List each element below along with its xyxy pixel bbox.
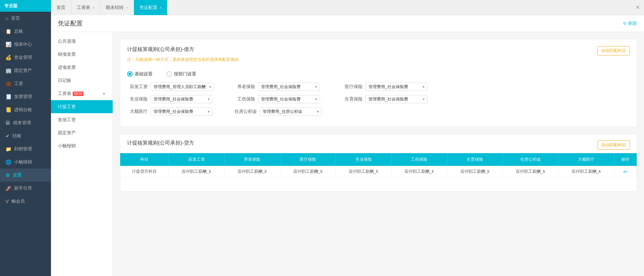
- debit-auto-match-button[interactable]: 自动匹配科目: [598, 46, 630, 55]
- left-nav-public-options[interactable]: 公共选项: [51, 35, 113, 48]
- sidebar-item-new-guide[interactable]: 🚀 新手引导: [0, 182, 51, 195]
- field-pension: 养老保险 管理费用_社会保险费: [235, 83, 338, 91]
- debit-form-row-2: 失业保险 管理费用_社会保险费 工伤保险 管理费用_社会保险费: [127, 95, 630, 103]
- tab-payroll-table-close[interactable]: ×: [92, 6, 94, 10]
- col-maternity: 生育保险: [447, 153, 503, 166]
- left-nav-label: 发放工资: [58, 117, 76, 123]
- sidebar-item-tax-mgmt[interactable]: 🏛 税务管理: [0, 116, 51, 129]
- radio-basic-setting[interactable]: 基础设置: [127, 71, 153, 77]
- sidebar-item-payroll[interactable]: 💼 工资: [0, 77, 51, 90]
- left-nav-label: 计提工资: [58, 104, 76, 110]
- tab-voucher-config-close[interactable]: ×: [159, 6, 162, 10]
- page-title: 凭证配置: [58, 19, 83, 28]
- field-medical-select[interactable]: 管理费用_社会保险费: [365, 83, 427, 91]
- cell-major-medical: 应付职工薪酬_k: [559, 166, 614, 178]
- content-area: 公共选项 销项发票 进项发票 日记账 工资表 NEW ▼ 计提工资 发放工资: [51, 32, 644, 276]
- left-nav-issue-payroll[interactable]: 发放工资: [51, 113, 113, 126]
- radio-department-setting[interactable]: 按部门设置: [166, 71, 196, 77]
- field-maternity-select[interactable]: 管理费用_社会保险费: [365, 95, 427, 103]
- tab-period-close-close[interactable]: ×: [126, 6, 128, 10]
- sidebar-item-general-ledger[interactable]: 📋 总账: [0, 25, 51, 38]
- left-nav-label: 固定资产: [58, 130, 76, 136]
- left-nav-input-invoice[interactable]: 进项发票: [51, 61, 113, 74]
- left-nav-xiaochang-expense[interactable]: 小畅报销: [51, 139, 113, 152]
- new-badge: NEW: [73, 92, 83, 96]
- field-major-medical: 大额医疗 管理费用_社会保险费: [127, 107, 230, 116]
- sidebar-item-invoice-mgmt[interactable]: 🧾 发票管理: [0, 90, 51, 103]
- vip-icon: V: [6, 199, 9, 204]
- field-housing-fund-select[interactable]: 管理费用_住房公积金: [260, 107, 322, 116]
- debit-radio-group: 基础设置 按部门设置: [127, 71, 630, 77]
- guide-icon: 🚀: [6, 185, 11, 191]
- edit-icon[interactable]: ✏: [623, 169, 627, 174]
- debit-section-title: 计提核算规则(公司承担)-借方: [127, 46, 598, 53]
- sidebar-item-funds[interactable]: 💰 资金管理: [0, 51, 51, 64]
- field-injury-select[interactable]: 管理费用_社会保险费: [258, 95, 320, 103]
- sidebar-item-label: 发票管理: [14, 94, 32, 100]
- radio-department-label: 按部门设置: [174, 71, 196, 77]
- radio-department-circle: [166, 71, 172, 77]
- tab-voucher-config[interactable]: 凭证配置 ×: [134, 0, 167, 15]
- field-salary-label: 应发工资: [127, 84, 148, 90]
- field-pension-select[interactable]: 管理费用_社会保险费: [258, 83, 320, 91]
- cell-action[interactable]: ✏: [614, 166, 636, 178]
- tab-voucher-config-label: 凭证配置: [139, 4, 157, 11]
- field-medical-label: 医疗保险: [342, 84, 363, 90]
- field-salary-select[interactable]: 管理费用_管理人员职工薪酬: [150, 83, 214, 91]
- field-maternity-select-wrapper: 管理费用_社会保险费: [365, 95, 427, 103]
- expense-icon: 🌐: [6, 159, 11, 165]
- tab-payroll-table-label: 工资表: [77, 4, 90, 11]
- sidebar-item-fixed-assets[interactable]: 🏢 固定资产: [0, 64, 51, 77]
- invoice-icon: 🧾: [6, 94, 11, 99]
- cell-injury: 应付职工薪酬_k: [391, 166, 447, 178]
- sidebar-item-archive[interactable]: 📁 归档管理: [0, 142, 51, 156]
- col-salary: 应发工资: [169, 153, 225, 166]
- debit-section-header: 计提核算规则(公司承担)-借方 注：只能选择一种方式，系统将按照您当前的选择来配…: [127, 46, 630, 67]
- app-version: 专业版: [0, 0, 51, 12]
- left-nav-cancel-invoice[interactable]: 销项发票: [51, 48, 113, 61]
- field-major-medical-select[interactable]: 管理费用_社会保险费: [150, 107, 212, 116]
- tab-payroll-table[interactable]: 工资表 ×: [71, 0, 100, 15]
- home-icon: ⌂: [6, 15, 8, 21]
- tab-bar: 首页 工资表 × 期末结转 × 凭证配置 × ✕: [51, 0, 644, 15]
- left-nav-payroll-table[interactable]: 工资表 NEW ▼: [51, 87, 113, 100]
- col-subject: 科目: [120, 153, 169, 166]
- left-nav-label: 销项发票: [58, 51, 76, 57]
- tab-home[interactable]: 首页: [51, 0, 71, 15]
- cell-maternity: 应付职工薪酬_k: [447, 166, 503, 178]
- sidebar-item-settlement[interactable]: ✔ 结账: [0, 129, 51, 142]
- refresh-button[interactable]: ↻ 刷新: [623, 20, 637, 26]
- tab-home-label: 首页: [56, 4, 65, 11]
- sidebar-item-home[interactable]: ⌂ 首页: [0, 12, 51, 25]
- sidebar-item-reports[interactable]: 📊 报表中心: [0, 38, 51, 51]
- left-nav-accrual-payroll[interactable]: 计提工资: [51, 100, 113, 113]
- sidebar-item-sales-ledger[interactable]: 📒 进销台账: [0, 103, 51, 116]
- sidebar-item-label: 固定资产: [14, 67, 32, 74]
- field-housing-fund: 住房公积金 管理费用_住房公积金: [235, 107, 338, 116]
- sidebar-item-settings[interactable]: ⚙ 设置: [0, 169, 51, 182]
- tab-bar-close-button[interactable]: ✕: [631, 4, 644, 11]
- field-injury-label: 工伤保险: [235, 96, 255, 102]
- credit-auto-match-button[interactable]: 自动匹配科目: [598, 140, 630, 150]
- sidebar-item-vip[interactable]: V 畅会员: [0, 195, 51, 208]
- left-nav-journal[interactable]: 日记账: [51, 74, 113, 87]
- sidebar-item-label: 工资: [14, 81, 23, 87]
- tab-period-close-label: 期末结转: [106, 4, 124, 11]
- field-pension-select-wrapper: 管理费用_社会保险费: [258, 83, 320, 91]
- field-unemployment-select[interactable]: 管理费用_社会保险费: [150, 95, 212, 103]
- field-salary: 应发工资 管理费用_管理人员职工薪酬: [127, 83, 230, 91]
- credit-section: 计提核算规则(公司承担)-贷方 自动匹配科目 科目 应发工资 养老保险 医疗保险…: [120, 134, 637, 192]
- chevron-down-icon: ▼: [102, 92, 106, 96]
- field-housing-fund-select-wrapper: 管理费用_住房公积金: [260, 107, 322, 116]
- col-injury: 工伤保险: [391, 153, 447, 166]
- field-major-medical-label: 大额医疗: [127, 108, 148, 115]
- radio-basic-circle: [127, 71, 133, 77]
- left-nav-fixed-assets[interactable]: 固定资产: [51, 126, 113, 139]
- settings-icon: ⚙: [6, 172, 10, 178]
- field-medical-select-wrapper: 管理费用_社会保险费: [365, 83, 427, 91]
- left-nav-label: 日记账: [58, 77, 71, 84]
- tab-period-close[interactable]: 期末结转 ×: [100, 0, 134, 15]
- sidebar-item-xiaochang-expense[interactable]: 🌐 小畅报销: [0, 156, 51, 169]
- credit-table: 科目 应发工资 养老保险 医疗保险 失业保险 工伤保险 生育保险 住房公积金 大…: [120, 153, 637, 178]
- left-nav-label: 公共选项: [58, 38, 76, 44]
